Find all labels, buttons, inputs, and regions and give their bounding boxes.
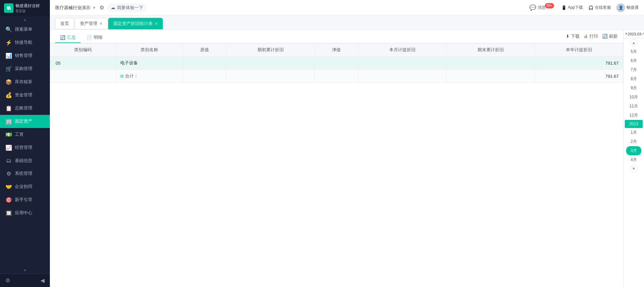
sidebar-item-guide[interactable]: 🎯 新手引导 <box>0 193 50 206</box>
date-month-3[interactable]: 3月 <box>626 146 641 155</box>
date-month-8[interactable]: 8月 <box>623 74 644 84</box>
messages-button[interactable]: 💬 消息 99+ <box>529 4 556 11</box>
row-annual-depr: 791.67 <box>535 57 623 70</box>
subtab-bar: 🔄 汇总 📄 明细 ⬇ 下载 🖨 打印 <box>50 30 623 43</box>
sidebar-icon-base_info: 🗂 <box>5 158 12 164</box>
date-month-7[interactable]: 7月 <box>623 65 644 74</box>
sidebar-icon-enterprise: 🤝 <box>5 184 12 190</box>
sidebar-icon-sales: 📊 <box>5 53 12 59</box>
topbar-settings-icon[interactable]: ⚙ <box>99 4 104 11</box>
total-annual-depr: 791.67 <box>535 70 623 83</box>
date-month-4[interactable]: 4月 <box>623 155 644 164</box>
main-content: 医疗器械行业演示 ▼ ⚙ ☁ 我要体验一下 💬 消息 99+ 📱 App下载 🎧… <box>50 0 644 287</box>
date-month-9[interactable]: 9月 <box>623 84 644 93</box>
tab-asset-mgmt-label: 资产管理 <box>80 21 97 27</box>
row-monthly-depr <box>358 57 447 70</box>
col-period-end-accum: 期末累计折旧 <box>447 43 535 57</box>
date-month-6[interactable]: 6月 <box>623 56 644 65</box>
sidebar-item-search[interactable]: 🔍 搜索菜单 <box>0 23 50 36</box>
tabbar: 首页 资产管理 ✕ 固定资产折旧统计表 ✕ <box>50 15 644 30</box>
sidebar-collapse-icon[interactable]: ◀ <box>40 277 44 284</box>
sidebar-label-quicknav: 快捷导航 <box>15 39 32 45</box>
sidebar-icon-guide: 🎯 <box>5 197 12 203</box>
tab-home-label: 首页 <box>60 21 69 27</box>
sidebar-scroll-down[interactable]: ▼ <box>23 268 27 272</box>
total-icon: ⊞ <box>120 74 124 78</box>
sidebar-scroll-up[interactable]: ▲ <box>23 18 27 22</box>
date-month-12[interactable]: 12月 <box>623 111 644 120</box>
app-download-button[interactable]: 📱 App下载 <box>561 5 583 10</box>
subtab-detail-label: 明细 <box>94 34 102 40</box>
total-label-cell: ⊞ 合计： <box>116 70 183 83</box>
tab-home[interactable]: 首页 <box>55 18 74 29</box>
total-period-start <box>226 70 315 83</box>
sidebar-label-base_info: 基础信息 <box>15 158 32 164</box>
sidebar-label-enterprise: 企业协同 <box>15 184 32 190</box>
subtab-left: 🔄 汇总 📄 明细 <box>55 32 107 43</box>
download-button[interactable]: ⬇ 下载 <box>566 33 580 39</box>
tab-asset-mgmt-close[interactable]: ✕ <box>99 22 102 26</box>
sidebar-item-finance[interactable]: 💰 资金管理 <box>0 89 50 102</box>
sidebar-item-quicknav[interactable]: ⚡ 快捷导航 <box>0 36 50 49</box>
sidebar-item-inventory[interactable]: 📦 库存核算 <box>0 75 50 89</box>
sidebar-label-finance: 资金管理 <box>15 92 32 98</box>
experience-button[interactable]: ☁ 我要体验一下 <box>108 3 147 12</box>
date-panel-header: ✕ 2023.03 ⤢ <box>623 30 644 38</box>
sidebar-label-ledger: 总账管理 <box>15 105 32 111</box>
sidebar: 畅 畅捷通好业财 普及版 ▲ 🔍 搜索菜单 ⚡ 快捷导航 📊 销售管理 🛒 采购… <box>0 0 50 287</box>
sidebar-item-enterprise[interactable]: 🤝 企业协同 <box>0 180 50 193</box>
date-panel-expand-btn[interactable]: ⤢ <box>641 32 644 36</box>
col-period-start-accum: 期初累计折旧 <box>226 43 315 57</box>
sidebar-item-ledger[interactable]: 📋 总账管理 <box>0 102 50 115</box>
date-nav-down[interactable]: ▼ <box>630 165 638 172</box>
date-panel-close-btn[interactable]: ✕ <box>625 32 628 36</box>
sidebar-item-purchase[interactable]: 🛒 采购管理 <box>0 62 50 75</box>
total-net-value <box>315 70 359 83</box>
row-category-code: 05 <box>50 57 116 70</box>
date-month-11[interactable]: 11月 <box>623 102 644 111</box>
tab-depreciation-report[interactable]: 固定资产折旧统计表 ✕ <box>108 18 163 29</box>
sidebar-label-fixed_assets: 固定资产 <box>15 118 32 124</box>
sidebar-item-app_center[interactable]: 🔲 应用中心 <box>0 206 50 220</box>
content-with-panel: 🔄 汇总 📄 明细 ⬇ 下载 🖨 打印 <box>50 30 644 287</box>
subtab-detail-icon: 📄 <box>87 35 92 40</box>
total-empty <box>50 70 116 83</box>
print-button[interactable]: 🖨 打印 <box>584 33 598 39</box>
tab-depreciation-close[interactable]: ✕ <box>155 22 158 26</box>
sidebar-item-system[interactable]: ⚙ 系统管理 <box>0 167 50 180</box>
sidebar-item-payroll[interactable]: 💵 工资 <box>0 128 50 141</box>
sidebar-label-operations: 经营管理 <box>15 145 32 151</box>
date-panel: ✕ 2023.03 ⤢ ▲ 5月 6月 7月 8月 9月 10月 11月 12月… <box>623 30 644 287</box>
subtab-summary-icon: 🔄 <box>60 35 65 40</box>
row-period-start-accum <box>226 57 315 70</box>
main-table-area: 🔄 汇总 📄 明细 ⬇ 下载 🖨 打印 <box>50 30 623 287</box>
sidebar-item-operations[interactable]: 📈 经营管理 <box>0 141 50 154</box>
subtab-detail[interactable]: 📄 明细 <box>82 32 107 43</box>
sidebar-label-purchase: 采购管理 <box>15 66 32 72</box>
date-month-1[interactable]: 1月 <box>623 128 644 137</box>
sidebar-item-base_info[interactable]: 🗂 基础信息 <box>0 154 50 167</box>
sidebar-settings-icon[interactable]: ⚙ <box>5 277 10 284</box>
table-total-row: ⊞ 合计： 791.67 <box>50 70 623 83</box>
refresh-button[interactable]: 🔄 刷新 <box>602 33 618 39</box>
topbar: 医疗器械行业演示 ▼ ⚙ ☁ 我要体验一下 💬 消息 99+ 📱 App下载 🎧… <box>50 0 644 15</box>
company-selector[interactable]: 医疗器械行业演示 ▼ <box>55 5 96 11</box>
company-arrow-icon: ▼ <box>92 6 96 10</box>
total-monthly-depr <box>358 70 447 83</box>
row-original-value <box>183 57 226 70</box>
date-month-2[interactable]: 2月 <box>623 137 644 146</box>
table-row[interactable]: 05 电子设备 791.67 <box>50 57 623 70</box>
sidebar-item-sales[interactable]: 📊 销售管理 <box>0 49 50 62</box>
date-month-10[interactable]: 10月 <box>623 93 644 102</box>
message-icon: 💬 <box>529 4 536 11</box>
total-label-text: 合计： <box>125 73 138 79</box>
col-category-name: 类别名称 <box>116 43 183 57</box>
customer-service-button[interactable]: 🎧 在线客服 <box>588 5 611 10</box>
subtab-summary[interactable]: 🔄 汇总 <box>55 32 81 43</box>
user-profile-button[interactable]: 👤 畅捷通 <box>616 3 639 12</box>
tab-asset-mgmt[interactable]: 资产管理 ✕ <box>75 18 108 29</box>
date-year-2023[interactable]: 2023 <box>625 120 643 128</box>
date-month-5[interactable]: 5月 <box>623 47 644 56</box>
sidebar-item-fixed_assets[interactable]: 🏢 固定资产 <box>0 115 50 128</box>
date-nav-up[interactable]: ▲ <box>630 39 638 46</box>
